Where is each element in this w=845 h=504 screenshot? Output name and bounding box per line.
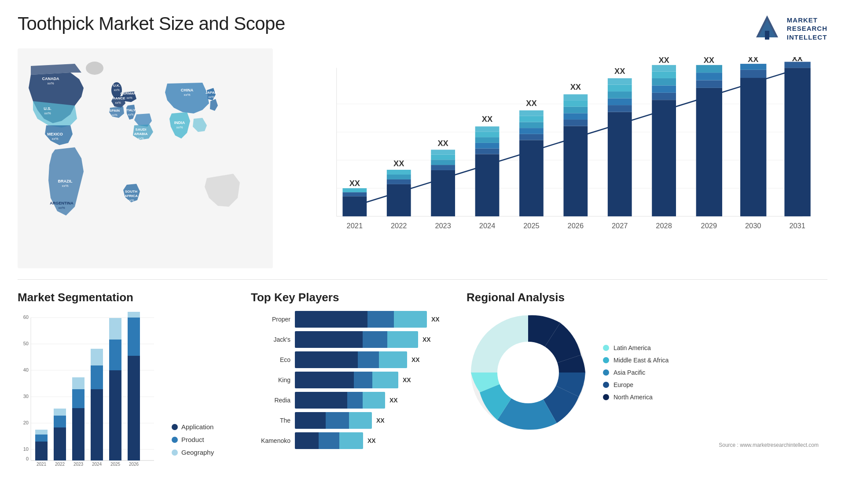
legend-mea-label: Middle East & Africa xyxy=(614,357,669,364)
svg-text:xx%: xx% xyxy=(138,137,143,140)
player-name: Proper xyxy=(251,316,290,323)
player-row: Kamenoko XX xyxy=(251,432,453,449)
svg-text:xx%: xx% xyxy=(115,101,121,104)
svg-text:2023: 2023 xyxy=(73,462,84,467)
svg-text:xx%: xx% xyxy=(47,81,54,85)
application-dot xyxy=(172,424,178,430)
svg-rect-46 xyxy=(342,196,367,216)
svg-text:xx%: xx% xyxy=(44,111,51,115)
svg-rect-73 xyxy=(519,134,544,140)
svg-rect-145 xyxy=(72,377,84,389)
svg-text:10: 10 xyxy=(23,446,29,452)
seg-chart-container: 60 50 40 30 20 10 0 xyxy=(18,311,238,474)
svg-rect-96 xyxy=(652,100,676,216)
players-title: Top Key Players xyxy=(251,291,453,304)
svg-text:XX: XX xyxy=(658,57,669,65)
player-value: XX xyxy=(431,316,440,323)
svg-text:2024: 2024 xyxy=(479,222,496,230)
svg-rect-88 xyxy=(608,112,632,216)
svg-rect-47 xyxy=(342,192,367,196)
player-name: Eco xyxy=(251,356,290,363)
svg-rect-77 xyxy=(519,110,544,116)
svg-rect-104 xyxy=(696,88,722,216)
svg-rect-80 xyxy=(563,126,588,216)
svg-rect-66 xyxy=(475,143,500,149)
svg-text:FRANCE: FRANCE xyxy=(110,96,125,100)
world-map: CANADA xx% U.S. xx% MEXICO xx% BRAZIL xx… xyxy=(18,48,273,277)
segmentation-title: Market Segmentation xyxy=(18,291,238,304)
player-bar-eco: XX xyxy=(295,351,453,368)
svg-rect-85 xyxy=(563,94,588,100)
svg-rect-148 xyxy=(91,365,103,389)
svg-rect-57 xyxy=(431,170,455,216)
player-value: XX xyxy=(411,356,420,363)
svg-rect-137 xyxy=(35,430,48,435)
svg-rect-152 xyxy=(109,340,121,370)
svg-rect-113 xyxy=(740,64,766,70)
svg-rect-54 xyxy=(387,170,411,175)
svg-text:XX: XX xyxy=(482,114,493,124)
page-header: Toothpick Market Size and Scope MARKET R… xyxy=(0,0,845,48)
svg-text:xx%: xx% xyxy=(114,88,119,91)
player-row: Proper XX xyxy=(251,311,453,328)
regional-content: Latin America Middle East & Africa Asia … xyxy=(467,311,827,434)
svg-rect-112 xyxy=(740,70,766,78)
north-america-dot xyxy=(603,394,609,400)
svg-text:ARABIA: ARABIA xyxy=(134,132,147,136)
svg-text:XX: XX xyxy=(704,57,715,65)
svg-point-4 xyxy=(86,62,103,75)
svg-rect-147 xyxy=(91,389,103,460)
player-name: Redia xyxy=(251,397,290,404)
geography-dot xyxy=(172,449,178,456)
latin-america-dot xyxy=(603,345,609,351)
regional-section: Regional Analysis xyxy=(467,291,827,504)
svg-rect-52 xyxy=(387,179,411,184)
legend-application: Application xyxy=(172,423,242,431)
svg-text:50: 50 xyxy=(23,341,29,346)
svg-text:20: 20 xyxy=(23,420,29,425)
player-value: XX xyxy=(376,417,385,424)
svg-text:JAPAN: JAPAN xyxy=(206,91,217,95)
bottom-section: Market Segmentation 60 50 40 30 20 10 0 xyxy=(0,282,845,504)
svg-rect-97 xyxy=(652,93,676,100)
svg-rect-153 xyxy=(109,318,121,340)
svg-text:SOUTH: SOUTH xyxy=(125,190,137,194)
svg-rect-116 xyxy=(784,68,810,216)
svg-rect-67 xyxy=(475,137,500,143)
source-text: Source : www.marketresearchintellect.com xyxy=(719,442,819,448)
regional-legend: Latin America Middle East & Africa Asia … xyxy=(603,344,827,401)
svg-rect-72 xyxy=(519,140,544,216)
svg-rect-101 xyxy=(652,65,676,72)
svg-text:XX: XX xyxy=(437,139,448,148)
svg-text:2029: 2029 xyxy=(701,222,717,230)
svg-text:30: 30 xyxy=(23,394,29,399)
legend-north-america-label: North America xyxy=(614,394,653,401)
player-row: Jack's XX xyxy=(251,331,453,348)
player-bar-jacks: XX xyxy=(295,331,453,348)
svg-rect-74 xyxy=(519,128,544,134)
svg-rect-141 xyxy=(54,409,66,416)
donut-chart xyxy=(467,311,590,434)
seg-bar-chart: 60 50 40 30 20 10 0 xyxy=(18,311,158,474)
svg-text:ITALY: ITALY xyxy=(126,108,136,112)
svg-rect-107 xyxy=(696,65,722,73)
svg-rect-157 xyxy=(128,312,140,318)
svg-rect-111 xyxy=(740,78,766,216)
player-name: Jack's xyxy=(251,336,290,343)
legend-asia-label: Asia Pacific xyxy=(614,369,645,376)
svg-text:2030: 2030 xyxy=(745,222,761,230)
svg-text:2025: 2025 xyxy=(110,462,121,467)
svg-text:xx%: xx% xyxy=(58,206,65,210)
middle-east-africa-dot xyxy=(603,357,609,363)
svg-rect-143 xyxy=(72,408,84,460)
svg-rect-90 xyxy=(608,99,632,106)
svg-text:60: 60 xyxy=(23,314,29,320)
segmentation-legend: Application Product Geography xyxy=(172,423,242,474)
svg-rect-61 xyxy=(431,150,455,154)
svg-text:xx%: xx% xyxy=(128,113,133,116)
svg-rect-151 xyxy=(109,370,121,460)
svg-text:xx%: xx% xyxy=(126,96,132,99)
svg-rect-53 xyxy=(387,175,411,179)
page-title: Toothpick Market Size and Scope xyxy=(18,13,285,34)
europe-dot xyxy=(603,382,609,388)
